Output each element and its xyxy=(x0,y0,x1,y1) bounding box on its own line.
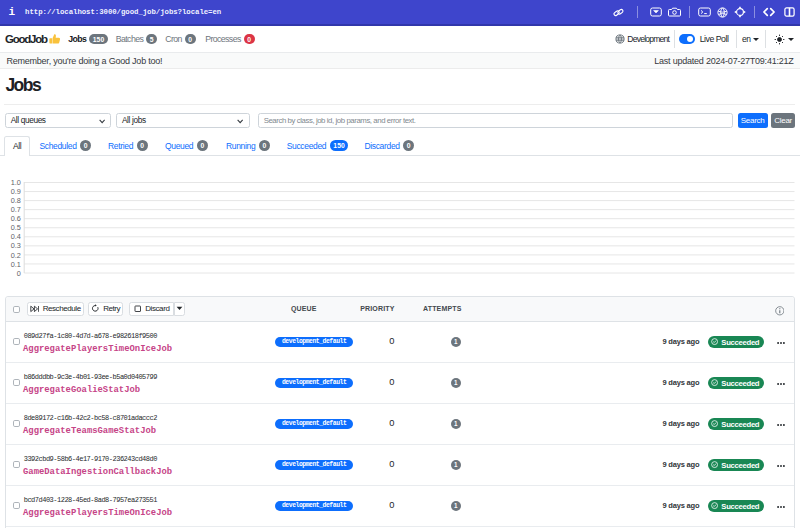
svg-text:0.4: 0.4 xyxy=(11,232,21,241)
svg-text:0.2: 0.2 xyxy=(11,250,21,259)
svg-text:1.0: 1.0 xyxy=(11,178,21,187)
svg-text:0.8: 0.8 xyxy=(11,196,21,205)
svg-text:0.5: 0.5 xyxy=(11,223,21,232)
svg-text:0.6: 0.6 xyxy=(11,214,21,223)
svg-text:0: 0 xyxy=(17,268,21,277)
svg-text:0.3: 0.3 xyxy=(11,241,21,250)
svg-text:0.9: 0.9 xyxy=(11,187,21,196)
svg-text:0.1: 0.1 xyxy=(11,259,21,268)
svg-text:0.7: 0.7 xyxy=(11,205,21,214)
